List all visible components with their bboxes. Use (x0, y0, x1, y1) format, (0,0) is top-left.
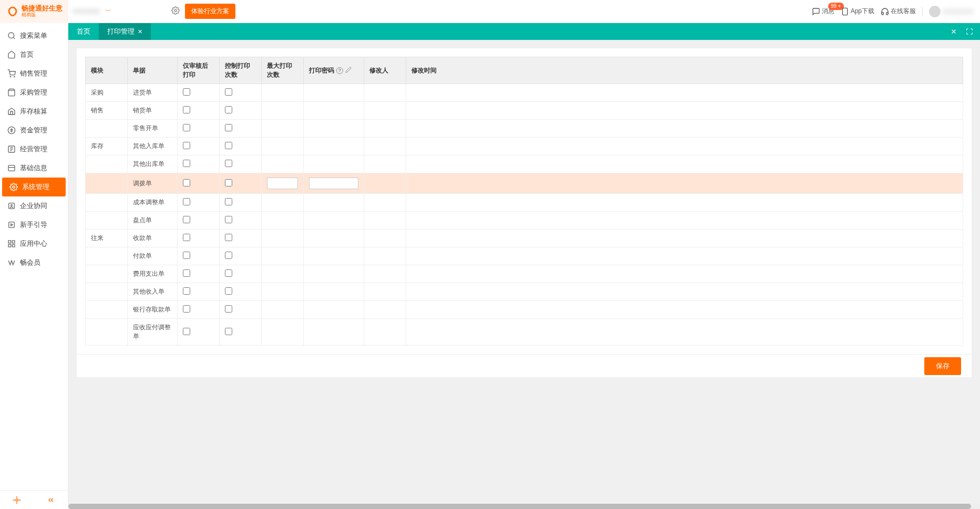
th-time: 修改时间 (406, 57, 963, 84)
cell-modifier (364, 138, 406, 155)
limit-print-checkbox[interactable] (225, 328, 232, 335)
logo: 畅捷通好生意 精易版 (0, 0, 68, 23)
sidebar-item-apps[interactable]: 应用中心 (0, 234, 68, 253)
sidebar-item-guide[interactable]: 新手引导 (0, 215, 68, 234)
audit-only-checkbox[interactable] (183, 328, 190, 335)
cell-max (262, 194, 304, 212)
svg-point-15 (13, 186, 15, 188)
max-print-input[interactable] (267, 178, 298, 189)
audit-only-checkbox[interactable] (183, 216, 190, 223)
limit-print-checkbox[interactable] (225, 88, 232, 96)
cell-time (406, 173, 963, 194)
audit-only-checkbox[interactable] (183, 124, 190, 131)
th-pwd: 打印密码 ? (304, 57, 364, 84)
audit-only-checkbox[interactable] (183, 106, 190, 113)
sidebar-item-stock[interactable]: 库存核算 (0, 102, 68, 121)
horizontal-scrollbar[interactable] (68, 504, 980, 509)
audit-only-checkbox[interactable] (183, 179, 190, 186)
tab-label: 打印管理 (107, 27, 135, 36)
svg-rect-22 (12, 244, 15, 247)
table-row[interactable]: 费用支出单 (86, 265, 963, 283)
settings-icon[interactable] (171, 6, 180, 16)
limit-print-checkbox[interactable] (225, 160, 232, 167)
cell-module (86, 120, 128, 138)
table-row[interactable]: 其他出库单 (86, 155, 963, 173)
svg-point-17 (11, 204, 13, 206)
online-service[interactable]: 在线客服 (881, 7, 916, 16)
limit-print-checkbox[interactable] (225, 252, 232, 259)
table-row[interactable]: 采购进货单 (86, 84, 963, 102)
sidebar-item-base[interactable]: 基础信息 (0, 159, 68, 178)
save-button[interactable]: 保存 (924, 357, 961, 375)
cell-max (262, 247, 304, 265)
cell-time (406, 265, 963, 283)
table-row[interactable]: 银行存取款单 (86, 301, 963, 319)
audit-only-checkbox[interactable] (183, 287, 190, 295)
limit-print-checkbox[interactable] (225, 287, 232, 295)
sidebar-item-gear[interactable]: 系统管理 (2, 178, 66, 196)
sidebar-item-label: 销售管理 (20, 69, 47, 78)
limit-print-checkbox[interactable] (225, 216, 232, 223)
limit-print-checkbox[interactable] (225, 106, 232, 113)
user-menu[interactable] (929, 6, 974, 17)
tab-打印管理[interactable]: 打印管理✕ (99, 23, 151, 40)
sidebar-collapse-button[interactable] (34, 491, 68, 509)
audit-only-checkbox[interactable] (183, 305, 190, 313)
cell-modifier (364, 84, 406, 102)
table-row[interactable]: 库存其他入库单 (86, 138, 963, 155)
table-row[interactable]: 零售开单 (86, 120, 963, 138)
table-row[interactable]: 往来收款单 (86, 230, 963, 247)
cell-max (262, 173, 304, 194)
sidebar-item-cart[interactable]: 销售管理 (0, 64, 68, 83)
audit-only-checkbox[interactable] (183, 269, 190, 277)
fullscreen-icon[interactable] (964, 26, 975, 37)
audit-only-checkbox[interactable] (183, 88, 190, 96)
limit-print-checkbox[interactable] (225, 198, 232, 205)
sidebar-item-home[interactable]: 首页 (0, 45, 68, 64)
topbar: 畅捷通好生意 精易版 XXXXXX ﹀ 体验行业方案 消息 99 + App下载… (0, 0, 980, 23)
table-row[interactable]: 成本调整单 (86, 194, 963, 212)
close-tab-icon[interactable] (948, 26, 959, 37)
table-row[interactable]: 盘点单 (86, 212, 963, 230)
table-row[interactable]: 调拨单 (86, 173, 963, 194)
limit-print-checkbox[interactable] (225, 305, 232, 313)
audit-only-checkbox[interactable] (183, 234, 190, 241)
svg-rect-13 (8, 165, 15, 171)
limit-print-checkbox[interactable] (225, 234, 232, 241)
close-icon[interactable]: ✕ (138, 28, 142, 35)
cell-doc: 销货单 (128, 102, 178, 120)
audit-only-checkbox[interactable] (183, 198, 190, 205)
help-icon[interactable]: ? (336, 67, 343, 74)
limit-print-checkbox[interactable] (225, 142, 232, 149)
limit-print-checkbox[interactable] (225, 269, 232, 277)
table-row[interactable]: 销售销货单 (86, 102, 963, 120)
print-password-input[interactable] (309, 178, 358, 189)
cell-pwd (304, 212, 364, 230)
sidebar-item-search[interactable]: 搜索菜单 (0, 26, 68, 45)
tab-首页[interactable]: 首页 (68, 23, 99, 40)
sidebar-item-money[interactable]: 资金管理 (0, 121, 68, 140)
table-row[interactable]: 应收应付调整单 (86, 319, 963, 346)
sidebar-item-report[interactable]: 经营管理 (0, 140, 68, 159)
audit-only-checkbox[interactable] (183, 142, 190, 149)
limit-print-checkbox[interactable] (225, 179, 232, 186)
svg-rect-18 (9, 222, 15, 228)
cell-modifier (364, 173, 406, 194)
app-download[interactable]: App下载 (841, 7, 874, 16)
audit-only-checkbox[interactable] (183, 252, 190, 259)
limit-print-checkbox[interactable] (225, 124, 232, 131)
experience-button[interactable]: 体验行业方案 (185, 4, 235, 19)
messages[interactable]: 消息 99 + (812, 7, 834, 16)
sidebar-item-team[interactable]: 企业协同 (0, 196, 68, 215)
cell-modifier (364, 283, 406, 301)
cell-time (406, 230, 963, 247)
org-selector[interactable]: XXXXXX ﹀ (73, 7, 167, 16)
sidebar-item-vip[interactable]: 畅会员 (0, 253, 68, 272)
sidebar-settings-button[interactable] (0, 491, 34, 509)
sidebar-item-bag[interactable]: 采购管理 (0, 83, 68, 102)
audit-only-checkbox[interactable] (183, 160, 190, 167)
edit-icon[interactable] (345, 67, 352, 75)
table-row[interactable]: 付款单 (86, 247, 963, 265)
cell-modifier (364, 102, 406, 120)
table-row[interactable]: 其他收入单 (86, 283, 963, 301)
